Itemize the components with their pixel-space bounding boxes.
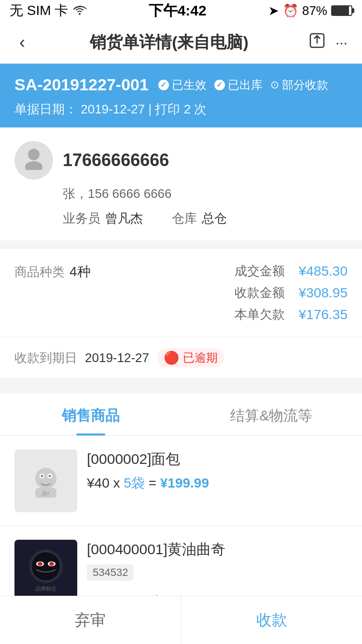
check-active-icon: ✓ — [158, 80, 169, 90]
product-name-2: [000400001]黄油曲奇 — [87, 540, 348, 560]
clock-icon: ⊙ — [270, 79, 279, 91]
check-shipped-icon: ✓ — [214, 80, 225, 90]
divider-2 — [0, 378, 362, 386]
due-date-value: 2019-12-27 — [85, 350, 149, 365]
overdue-icon: 🔴 — [164, 350, 179, 365]
svg-text:品+: 品+ — [42, 490, 50, 496]
status-time: 下午4:42 — [149, 1, 207, 21]
nav-actions: ··· — [308, 32, 348, 53]
date-label: 单据日期： — [14, 102, 77, 116]
svg-point-16 — [38, 562, 42, 566]
header-date: 2019-12-27 — [81, 102, 145, 116]
amount-row-received: 收款金额 ¥308.95 — [227, 284, 348, 301]
product-name-1: [0000002]面包 — [87, 449, 348, 469]
carrier-text: 无 SIM 卡 — [10, 1, 68, 20]
debt-label: 本单欠款 — [227, 306, 285, 323]
amount-row-total: 成交金额 ¥485.30 — [227, 263, 348, 280]
alarm-icon: ⏰ — [283, 3, 298, 18]
print-info: | 打印 2 次 — [148, 102, 207, 116]
svg-point-13 — [31, 552, 60, 581]
product-price-1: ¥40 — [87, 476, 110, 490]
svg-point-4 — [35, 468, 56, 489]
product-x-1: x — [113, 476, 124, 490]
status-partial-label: 部分收款 — [282, 77, 328, 93]
svg-text:品牌标志: 品牌标志 — [35, 586, 56, 591]
status-tag-partial: ⊙ 部分收款 — [270, 77, 328, 93]
warehouse-label: 仓库 — [172, 210, 197, 227]
warehouse-value: 总仓 — [202, 210, 227, 227]
type-label: 商品种类 — [14, 264, 65, 280]
amount-label: 成交金额 — [227, 263, 285, 280]
due-label: 收款到期日 — [14, 350, 77, 366]
battery-text: 87% — [302, 3, 327, 18]
product-total-1: ¥199.99 — [160, 476, 209, 490]
product-qty-1: 5袋 — [124, 476, 145, 490]
customer-row: 17666666666 — [14, 141, 348, 180]
amount-row-debt: 本单欠款 ¥176.35 — [227, 306, 348, 323]
svg-point-8 — [49, 475, 51, 477]
product-info-1: [0000002]面包 ¥40 x 5袋 = ¥199.99 — [87, 449, 348, 492]
order-number: SA-20191227-001 — [14, 75, 149, 94]
product-image-1: 品+ — [14, 449, 77, 512]
svg-point-3 — [25, 161, 42, 170]
customer-section: 17666666666 张，156 6666 6666 业务员 曾凡杰 仓库 总… — [0, 127, 362, 240]
product-price-row-1: ¥40 x 5袋 = ¥199.99 — [87, 474, 348, 492]
svg-point-17 — [49, 562, 54, 566]
avatar-icon — [22, 146, 46, 175]
location-icon: ➤ — [268, 3, 279, 18]
customer-phone: 17666666666 — [63, 150, 169, 170]
tab-settlement-label: 结算&物流等 — [230, 407, 312, 423]
customer-meta: 业务员 曾凡杰 仓库 总仓 — [63, 210, 348, 227]
battery-icon — [331, 5, 352, 16]
sales-person-item: 业务员 曾凡杰 — [63, 210, 143, 227]
tab-sales-products[interactable]: 销售商品 — [0, 393, 181, 435]
type-count: 4种 — [70, 263, 91, 281]
product-sku-2: 534532 — [87, 564, 134, 581]
status-shipped-label: 已出库 — [228, 77, 263, 93]
product-image-2: 品牌标志 — [14, 540, 77, 602]
status-bar: 无 SIM 卡 下午4:42 ➤ ⏰ 87% — [0, 0, 362, 21]
svg-point-7 — [41, 475, 43, 477]
tab-sales-label: 销售商品 — [62, 407, 120, 423]
share-icon[interactable] — [308, 32, 326, 53]
status-right: ➤ ⏰ 87% — [268, 3, 352, 18]
amount-value: ¥485.30 — [294, 264, 348, 279]
status-tags: ✓ 已生效 ✓ 已出库 ⊙ 部分收款 — [158, 77, 328, 93]
cancel-label: 弃审 — [75, 610, 106, 631]
customer-name-phone: 张，156 6666 6666 — [63, 185, 348, 202]
customer-avatar — [14, 141, 53, 180]
status-carrier: 无 SIM 卡 — [10, 1, 86, 20]
collect-label: 收款 — [256, 610, 287, 631]
header-date-info: 单据日期： 2019-12-27 | 打印 2 次 — [14, 101, 348, 118]
amount-info: 成交金额 ¥485.30 收款金额 ¥308.95 本单欠款 ¥176.35 — [227, 263, 348, 323]
more-icon[interactable]: ··· — [335, 34, 348, 51]
cancel-button[interactable]: 弃审 — [0, 596, 181, 644]
warehouse-item: 仓库 总仓 — [172, 210, 227, 227]
product-type-info: 商品种类 4种 — [14, 263, 91, 281]
due-section: 收款到期日 2019-12-27 🔴 已逾期 — [0, 337, 362, 378]
wifi-icon — [73, 3, 86, 18]
nav-bar: ‹ 销货单详情(来自电脑) ··· — [0, 21, 362, 64]
sales-label: 业务员 — [63, 210, 100, 227]
status-tag-shipped: ✓ 已出库 — [214, 77, 263, 93]
debt-value: ¥176.35 — [294, 307, 348, 322]
svg-point-2 — [28, 149, 40, 160]
overdue-text: 已逾期 — [183, 350, 218, 365]
header-banner: SA-20191227-001 ✓ 已生效 ✓ 已出库 ⊙ 部分收款 单据日期：… — [0, 64, 362, 127]
bottom-bar: 弃审 收款 — [0, 596, 362, 644]
status-active-label: 已生效 — [172, 77, 207, 93]
sales-person-value: 曾凡杰 — [105, 210, 143, 227]
tabs-section: 销售商品 结算&物流等 — [0, 393, 362, 436]
overdue-badge: 🔴 已逾期 — [157, 348, 224, 367]
summary-section: 商品种类 4种 成交金额 ¥485.30 收款金额 ¥308.95 本单欠款 ¥… — [0, 249, 362, 336]
product-item-1: 品+ [0000002]面包 ¥40 x 5袋 = ¥199.99 — [0, 436, 362, 526]
back-button[interactable]: ‹ — [14, 28, 30, 57]
nav-title: 销货单详情(来自电脑) — [90, 31, 249, 54]
status-tag-active: ✓ 已生效 — [158, 77, 207, 93]
received-label: 收款金额 — [227, 284, 285, 301]
tab-settlement[interactable]: 结算&物流等 — [181, 393, 362, 435]
received-value: ¥308.95 — [294, 285, 348, 301]
collect-button[interactable]: 收款 — [181, 596, 362, 644]
divider-1 — [0, 241, 362, 249]
product-eq-1: = — [149, 476, 160, 490]
